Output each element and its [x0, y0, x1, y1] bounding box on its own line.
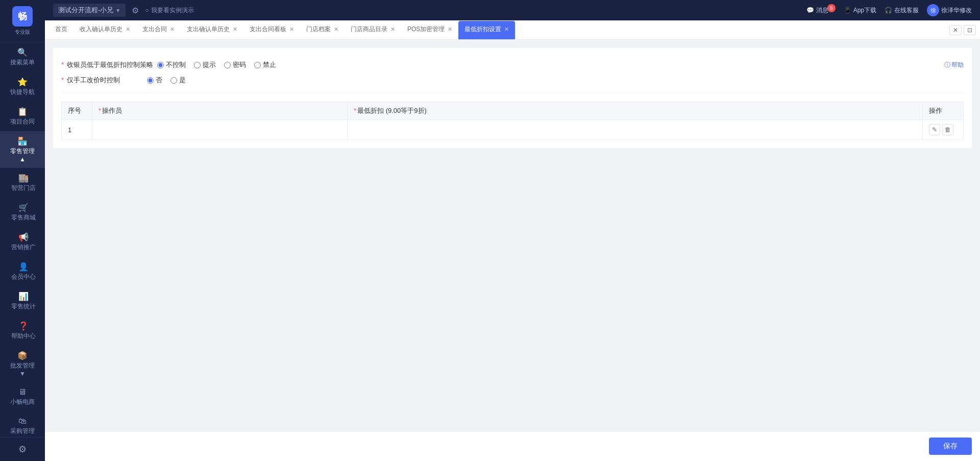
- tab-label-pos-password: POS加密管理: [407, 25, 445, 34]
- discount-table: 序号 *操作员 *最低折扣 (9.00等于9折) 操作 1: [61, 102, 964, 140]
- nav-icon-ecommerce: 🖥: [18, 387, 27, 397]
- col-header-seq: 序号: [62, 102, 92, 120]
- nav-label-retail-stats: 零售统计: [11, 302, 36, 311]
- tab-close-store-files[interactable]: ✕: [334, 26, 338, 33]
- col-header-action: 操作: [923, 102, 964, 120]
- sidebar-item-search[interactable]: 🔍 搜索菜单: [0, 42, 45, 72]
- help-icon: ⓘ: [944, 61, 950, 69]
- nav-icon-retail-stats: 📊: [18, 292, 29, 301]
- nav-icon-retail-mgmt: 🏪: [17, 136, 28, 146]
- app-download-action[interactable]: 📱 App下载: [844, 6, 876, 15]
- tab-close-income-confirm[interactable]: ✕: [126, 26, 130, 33]
- save-button[interactable]: 保存: [929, 438, 972, 455]
- nav-arrow-wholesale-mgmt: ▼: [19, 370, 26, 377]
- topbar: 测试分开流程-小兄 ▼ ⚙ ○ 我要看实例演示 💬 消息 8 📱 App下载 🎧…: [45, 0, 980, 20]
- field1-label-text: 收银员低于最低折扣控制策略: [67, 61, 153, 68]
- nav-label-marketing: 营销推广: [11, 243, 36, 252]
- demo-link[interactable]: ○ 我要看实例演示: [145, 6, 193, 15]
- tab-label-home: 首页: [55, 25, 67, 34]
- radio-no-control-label: 不控制: [166, 60, 186, 69]
- tab-label-store-goods: 门店商品目录: [351, 25, 387, 34]
- tabbar-actions: ✕ ⊡: [949, 25, 976, 35]
- sidebar-item-retail-stats[interactable]: 📊 零售统计: [0, 286, 45, 316]
- sidebar-item-retail-mall[interactable]: 🛒 零售商城: [0, 198, 45, 227]
- sidebar-item-marketing[interactable]: 📢 营销推广: [0, 227, 45, 257]
- radio-no-control[interactable]: 不控制: [157, 60, 186, 69]
- sidebar-item-project-contract[interactable]: 📋 项目合同: [0, 102, 45, 131]
- radio-no[interactable]: 否: [147, 76, 162, 85]
- tab-close-payment-confirm[interactable]: ✕: [233, 26, 237, 33]
- logo-icon: 畅: [12, 6, 33, 27]
- radio-no-label: 否: [156, 76, 162, 85]
- nav-label-smart-store: 智营门店: [11, 184, 36, 192]
- topbar-settings-button[interactable]: ⚙: [130, 4, 141, 17]
- delete-row-button[interactable]: 🗑: [942, 124, 953, 135]
- tab-label-payment-confirm: 支出确认单历史: [187, 25, 230, 34]
- sidebar-item-smart-store[interactable]: 🏬 智营门店: [0, 168, 45, 198]
- project-selector[interactable]: 测试分开流程-小兄 ▼: [53, 4, 126, 17]
- sidebar-item-wholesale-mgmt[interactable]: 📦 批发管理 ▼: [0, 346, 45, 382]
- message-icon: 💬: [806, 7, 814, 14]
- tab-label-income-confirm: 收入确认单历史: [80, 25, 122, 34]
- radio-password-label: 密码: [233, 60, 246, 69]
- field1-label: * 收银员低于最低折扣控制策略: [61, 60, 153, 69]
- tab-close-payment-board[interactable]: ✕: [289, 26, 294, 33]
- app-download-label: App下载: [853, 6, 876, 15]
- tab-more-button[interactable]: ⊡: [964, 25, 976, 35]
- tab-close-payment-contract[interactable]: ✕: [170, 26, 175, 33]
- tab-payment-board[interactable]: 支出合同看板 ✕: [243, 21, 300, 39]
- field1-radio-group: 不控制 提示 密码 禁止: [157, 60, 276, 69]
- field2-label-text: 仅手工改价时控制: [67, 76, 120, 84]
- radio-remind[interactable]: 提示: [194, 60, 216, 69]
- cell-operator: [92, 120, 348, 140]
- help-text: 帮助: [951, 61, 964, 69]
- radio-forbid[interactable]: 禁止: [254, 60, 276, 69]
- tab-close-min-discount[interactable]: ✕: [504, 26, 509, 33]
- message-label: 消息: [816, 6, 828, 15]
- radio-yes[interactable]: 是: [170, 76, 186, 85]
- tab-close-pos-password[interactable]: ✕: [448, 26, 452, 33]
- nav-icon-marketing: 📢: [18, 232, 29, 242]
- col-header-operator: *操作员: [92, 102, 348, 120]
- tab-store-goods[interactable]: 门店商品目录 ✕: [345, 21, 401, 39]
- tab-income-confirm[interactable]: 收入确认单历史 ✕: [74, 21, 136, 39]
- sidebar-item-quick-nav[interactable]: ⭐ 快捷导航: [0, 72, 45, 102]
- radio-forbid-label: 禁止: [263, 60, 276, 69]
- edit-row-button[interactable]: ✎: [929, 124, 940, 135]
- tab-min-discount[interactable]: 最低折扣设置 ✕: [458, 21, 515, 39]
- tab-pos-password[interactable]: POS加密管理 ✕: [401, 21, 458, 39]
- sidebar-item-purchase-mgmt[interactable]: 🛍 采购管理: [0, 411, 45, 437]
- nav-label-wholesale-mgmt: 批发管理: [10, 361, 35, 370]
- field2-radio-group: 否 是: [147, 76, 186, 85]
- sidebar-settings-icon[interactable]: ⚙: [18, 444, 27, 455]
- tab-payment-contract[interactable]: 支出合同 ✕: [136, 21, 181, 39]
- sidebar-item-help-center[interactable]: ❓ 帮助中心: [0, 316, 45, 346]
- cell-seq: 1: [62, 120, 92, 140]
- nav-icon-smart-store: 🏬: [18, 173, 29, 183]
- help-button[interactable]: ⓘ 帮助: [944, 61, 964, 69]
- tab-close-all-button[interactable]: ✕: [949, 25, 962, 35]
- radio-password[interactable]: 密码: [224, 60, 246, 69]
- field1-required-mark: *: [61, 61, 64, 68]
- tab-home[interactable]: 首页: [49, 21, 74, 39]
- sidebar-item-member[interactable]: 👤 会员中心: [0, 257, 45, 286]
- nav-icon-wholesale-mgmt: 📦: [17, 351, 28, 360]
- tab-payment-confirm[interactable]: 支出确认单历史 ✕: [181, 21, 243, 39]
- user-info[interactable]: 徐 徐泽华修改: [927, 4, 972, 16]
- nav-label-help-center: 帮助中心: [11, 332, 36, 341]
- online-support-action[interactable]: 🎧 在线客服: [885, 6, 919, 15]
- sidebar-item-ecommerce[interactable]: 🖥 小畅电商: [0, 382, 45, 411]
- sidebar-item-retail-mgmt[interactable]: 🏪 零售管理 ▲: [0, 131, 45, 168]
- nav-label-project-contract: 项目合同: [10, 117, 35, 126]
- field2-label: * 仅手工改价时控制: [61, 76, 143, 85]
- nav-icon-search: 🔍: [17, 47, 28, 57]
- cell-action: ✎ 🗑: [923, 120, 964, 140]
- content-card: * 收银员低于最低折扣控制策略 不控制 提示: [53, 48, 972, 148]
- nav-label-quick-nav: 快捷导航: [10, 88, 35, 96]
- tab-close-store-goods[interactable]: ✕: [390, 26, 395, 33]
- nav-label-retail-mgmt: 零售管理: [10, 147, 35, 156]
- message-action[interactable]: 💬 消息 8: [806, 6, 836, 15]
- tab-store-files[interactable]: 门店档案 ✕: [300, 21, 345, 39]
- nav-label-retail-mall: 零售商城: [11, 213, 36, 222]
- tabbar: 首页 收入确认单历史 ✕支出合同 ✕支出确认单历史 ✕支出合同看板 ✕门店档案 …: [45, 20, 980, 40]
